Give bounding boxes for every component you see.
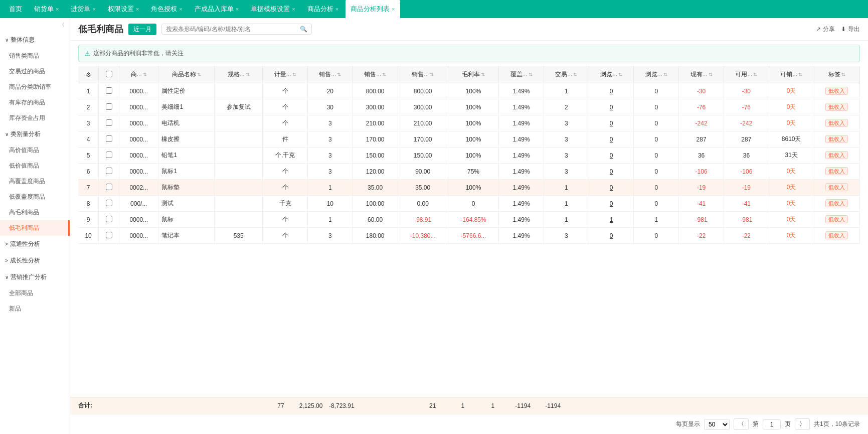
select-all-checkbox[interactable]: [106, 71, 112, 77]
cell-no: 2: [78, 99, 99, 115]
sidebar-item-高价值商品[interactable]: 高价值商品: [0, 142, 70, 158]
tag-badge: 低收入: [825, 119, 848, 127]
nav-item-权限设置[interactable]: 权限设置×: [103, 0, 144, 18]
sidebar-item-全部商品[interactable]: 全部商品: [0, 285, 70, 301]
sort-icon-sales-qty[interactable]: ⇅: [337, 72, 341, 77]
browse1-link[interactable]: 0: [610, 232, 613, 239]
col-code: 商...⇅: [119, 66, 158, 83]
nav-close-icon-商品分析[interactable]: ×: [335, 6, 338, 12]
sidebar-group-成长性分析[interactable]: >成长性分析: [0, 252, 70, 269]
nav-item-角色授权[interactable]: 角色授权×: [146, 0, 187, 18]
nav-close-icon-权限设置[interactable]: ×: [136, 6, 139, 12]
cell-sellable: 0天: [769, 164, 814, 180]
nav-item-商品分析列表[interactable]: 商品分析列表×: [345, 0, 400, 18]
nav-close-icon-销货单[interactable]: ×: [56, 6, 59, 12]
sidebar-group-label: 流通性分析: [10, 240, 40, 248]
sidebar-item-库存资金占用[interactable]: 库存资金占用: [0, 110, 70, 126]
sort-icon-unit[interactable]: ⇅: [292, 72, 296, 77]
sort-icon-available[interactable]: ⇅: [753, 72, 757, 77]
cell-coverage: 1.49%: [499, 148, 544, 164]
col-settings[interactable]: ⚙: [78, 66, 99, 83]
sidebar-item-交易过的商品[interactable]: 交易过的商品: [0, 64, 70, 79]
sort-icon-spec[interactable]: ⇅: [246, 72, 250, 77]
sidebar-item-低覆盖度商品[interactable]: 低覆盖度商品: [0, 189, 70, 205]
nav-item-商品分析[interactable]: 商品分析×: [302, 0, 343, 18]
sidebar-collapse-button[interactable]: 《: [0, 18, 70, 32]
sort-icon-name[interactable]: ⇅: [197, 72, 201, 77]
row-checkbox[interactable]: [106, 168, 112, 174]
browse1-link[interactable]: 0: [610, 120, 613, 127]
sidebar-item-高毛利商品[interactable]: 高毛利商品: [0, 205, 70, 220]
row-checkbox[interactable]: [106, 152, 112, 158]
sort-icon-tag[interactable]: ⇅: [841, 72, 845, 77]
nav-item-进货单[interactable]: 进货单×: [66, 0, 100, 18]
sidebar-item-有库存的商品[interactable]: 有库存的商品: [0, 95, 70, 110]
browse1-link[interactable]: 0: [610, 104, 613, 111]
per-page-select[interactable]: 50 100: [704, 419, 730, 430]
browse1-link[interactable]: 0: [610, 200, 613, 207]
sort-icon-code[interactable]: ⇅: [143, 72, 147, 77]
cell-name: 铅笔1: [158, 148, 215, 164]
row-checkbox[interactable]: [106, 216, 112, 222]
browse1-link[interactable]: 1: [610, 216, 613, 223]
sidebar-group-类别量分析[interactable]: ∨类别量分析: [0, 126, 70, 142]
tag-badge: 低收入: [825, 135, 848, 143]
cell-name: 鼠标垫: [158, 180, 215, 196]
sort-icon-sales-profit[interactable]: ⇅: [430, 72, 434, 77]
nav-item-产成品入库单[interactable]: 产成品入库单×: [190, 0, 244, 18]
export-button[interactable]: ⬇ 导出: [841, 25, 860, 34]
sidebar-item-新品[interactable]: 新品: [0, 301, 70, 317]
nav-close-icon-角色授权[interactable]: ×: [179, 6, 182, 12]
sidebar-item-低毛利商品[interactable]: 低毛利商品: [0, 220, 70, 236]
page-input[interactable]: [763, 419, 781, 429]
sidebar-item-销售类商品[interactable]: 销售类商品: [0, 48, 70, 64]
browse1-link[interactable]: 0: [610, 152, 613, 159]
nav-close-icon-单据模板设置[interactable]: ×: [292, 6, 295, 12]
nav-item-首页[interactable]: 首页: [4, 0, 27, 18]
nav-item-单据模板设置[interactable]: 单据模板设置×: [246, 0, 300, 18]
sort-icon-browse1[interactable]: ⇅: [618, 72, 622, 77]
sort-icon-sellable[interactable]: ⇅: [798, 72, 802, 77]
next-page-button[interactable]: 〉: [795, 418, 810, 430]
row-checkbox[interactable]: [106, 103, 112, 110]
sort-icon-gross-rate[interactable]: ⇅: [481, 72, 485, 77]
browse1-link[interactable]: 0: [610, 184, 613, 191]
search-icon[interactable]: 🔍: [300, 26, 307, 33]
sort-icon-coverage[interactable]: ⇅: [529, 72, 533, 77]
tag-badge: 低收入: [825, 151, 848, 159]
browse1-link[interactable]: 0: [610, 136, 613, 143]
time-filter-button[interactable]: 近一月: [128, 24, 156, 35]
sort-icon-sales-amount[interactable]: ⇅: [382, 72, 386, 77]
share-button[interactable]: ↗ 分享: [816, 25, 835, 34]
sort-icon-browse2[interactable]: ⇅: [663, 72, 667, 77]
sidebar-item-低价值商品[interactable]: 低价值商品: [0, 158, 70, 174]
sidebar-item-商品分类助销率[interactable]: 商品分类助销率: [0, 79, 70, 95]
sidebar-group-整体信息[interactable]: ∨整体信息: [0, 32, 70, 48]
row-checkbox[interactable]: [106, 87, 112, 94]
nav-close-icon-产成品入库单[interactable]: ×: [236, 6, 239, 12]
sidebar-group-营销推广分析[interactable]: ∨营销推广分析: [0, 269, 70, 285]
row-checkbox[interactable]: [106, 200, 112, 206]
cell-sales-profit: 210.00: [398, 115, 448, 131]
sidebar-item-高覆盖度商品[interactable]: 高覆盖度商品: [0, 174, 70, 189]
nav-close-icon-商品分析列表[interactable]: ×: [392, 6, 395, 12]
cell-browse2: 0: [634, 115, 679, 131]
col-tag: 标签⇅: [814, 66, 859, 83]
sort-icon-transaction[interactable]: ⇅: [573, 72, 577, 77]
cell-code: 0000...: [119, 164, 158, 180]
browse1-link[interactable]: 0: [610, 168, 613, 175]
sort-icon-current-stock[interactable]: ⇅: [709, 72, 713, 77]
cell-name: 笔记本: [158, 228, 215, 244]
row-checkbox[interactable]: [106, 184, 112, 190]
cell-checkbox: [99, 148, 119, 164]
row-checkbox[interactable]: [106, 232, 112, 238]
nav-item-销货单[interactable]: 销货单×: [29, 0, 64, 18]
row-checkbox[interactable]: [106, 135, 112, 142]
browse1-link[interactable]: 0: [610, 88, 613, 95]
cell-name: 属性定价: [158, 83, 215, 99]
nav-close-icon-进货单[interactable]: ×: [92, 6, 95, 12]
row-checkbox[interactable]: [106, 119, 112, 126]
prev-page-button[interactable]: 〈: [734, 418, 749, 430]
sidebar-group-流通性分析[interactable]: >流通性分析: [0, 236, 70, 252]
search-input[interactable]: [166, 26, 300, 33]
